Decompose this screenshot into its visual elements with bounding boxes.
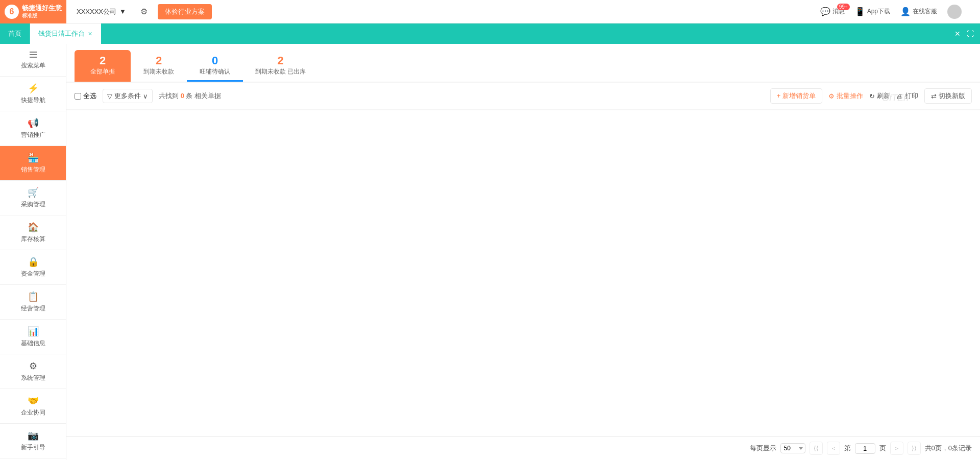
sidebar-item-inventory[interactable]: 🏠 库存核算 <box>0 215 66 250</box>
page-size-label: 每页显示 <box>750 444 776 453</box>
trial-button[interactable]: 体验行业方案 <box>158 4 212 19</box>
settings-button[interactable]: ⚙ <box>136 4 152 19</box>
filter-icon: ▽ <box>107 92 112 100</box>
close-window-btn[interactable]: ✕ <box>952 28 963 40</box>
cooperation-icon: 🤝 <box>28 395 39 406</box>
stat-label-all: 全部单据 <box>90 67 115 76</box>
content-area: 2 全部单据 2 到期未收款 0 旺辅待确认 2 到期未收款 已出库 全选 <box>66 44 980 460</box>
top-bar-right: 💬 消息 99+ 📱 App下载 👤 在线客服 <box>820 5 972 19</box>
new-order-button[interactable]: + 新增销货单 <box>770 88 822 104</box>
avatar[interactable] <box>947 5 962 19</box>
logo-title: 畅捷通好生意 <box>22 4 62 13</box>
sidebar-label: 库存核算 <box>21 235 45 244</box>
app-download-button[interactable]: 📱 App下载 <box>855 7 890 16</box>
sidebar-label: 快捷导航 <box>21 96 45 105</box>
stat-tab-pending[interactable]: 0 旺辅待确认 <box>187 50 243 82</box>
message-button[interactable]: 💬 消息 99+ <box>820 7 845 16</box>
quick-nav-icon: ⚡ <box>28 83 39 94</box>
stat-tab-overdue[interactable]: 2 到期未收款 <box>131 50 187 82</box>
logo-text: 畅捷通好生意 标准版 <box>22 4 62 19</box>
sidebar-item-base-info[interactable]: 📊 基础信息 <box>0 320 66 354</box>
batch-icon: ⚙ <box>828 92 835 100</box>
select-all-checkbox[interactable]: 全选 <box>75 91 96 101</box>
pagination-bar: 每页显示 50 20 100 ⟨⟨ ＜ 第 页 ＞ ⟩⟩ 共0页，0条记录 <box>66 436 980 460</box>
table-area <box>66 110 980 436</box>
page-label-2: 页 <box>879 444 886 453</box>
logo-icon: 6 <box>5 5 19 19</box>
online-service-button[interactable]: 👤 在线客服 <box>900 7 937 16</box>
base-info-icon: 📊 <box>28 326 39 337</box>
logo-subtitle: 标准版 <box>22 12 62 19</box>
operations-icon: 📋 <box>28 291 39 302</box>
capital-icon: 🔒 <box>28 256 39 268</box>
refresh-button[interactable]: ↻ 刷新 <box>869 91 890 101</box>
sidebar-label: 系统管理 <box>21 374 45 382</box>
sidebar-label: 搜索菜单 <box>21 61 45 70</box>
page-input[interactable] <box>855 443 875 454</box>
tab-workbench[interactable]: 钱货日清工作台 ✕ <box>30 23 101 44</box>
sidebar-label: 经营管理 <box>21 304 45 313</box>
print-icon: 🖨 <box>896 92 903 100</box>
sidebar-item-operations[interactable]: 📋 经营管理 <box>0 285 66 320</box>
first-page-button[interactable]: ⟨⟨ <box>810 442 823 455</box>
nav-right-actions: ✕ ⛶ <box>952 23 980 44</box>
refresh-icon: ↻ <box>869 92 875 100</box>
stats-tabs: 2 全部单据 2 到期未收款 0 旺辅待确认 2 到期未收款 已出库 <box>66 44 980 82</box>
prev-page-button[interactable]: ＜ <box>827 442 840 455</box>
stat-tab-unshipped[interactable]: 2 到期未收款 已出库 <box>243 50 318 82</box>
sidebar-item-search-menu[interactable]: 搜索菜单 <box>0 44 66 77</box>
company-selector[interactable]: XXXXXX公司 ▼ <box>72 5 130 18</box>
last-page-button[interactable]: ⟩⟩ <box>908 442 921 455</box>
inventory-icon: 🏠 <box>28 222 39 233</box>
result-count: 0 <box>181 92 184 100</box>
sidebar-item-cooperation[interactable]: 🤝 企业协同 <box>0 389 66 424</box>
page-size-select[interactable]: 50 20 100 <box>780 443 805 453</box>
sidebar-item-system[interactable]: ⚙ 系统管理 <box>0 354 66 389</box>
switch-version-button[interactable]: ⇄ 切换新版 <box>924 88 972 104</box>
total-info: 共0页，0条记录 <box>925 444 972 453</box>
company-name: XXXXXX公司 <box>77 7 116 16</box>
switch-icon: ⇄ <box>931 92 937 100</box>
sidebar: 搜索菜单 ⚡ 快捷导航 📢 营销推广 🏪 销售管理 🛒 采购管理 🏠 库存核算 … <box>0 44 66 460</box>
toolbar-right: + 新增销货单 ⚙ 批量操作 ↻ 刷新 🖨 打印 ⇄ 切换新版 <box>770 88 972 104</box>
stat-label-pending: 旺辅待确认 <box>200 67 230 76</box>
maximize-window-btn[interactable]: ⛶ <box>965 28 976 40</box>
app-download-label: App下载 <box>867 7 890 16</box>
top-bar-left: 6 畅捷通好生意 标准版 XXXXXX公司 ▼ ⚙ 体验行业方案 <box>0 0 212 23</box>
stat-label-overdue: 到期未收款 <box>143 67 174 76</box>
stat-tab-all[interactable]: 2 全部单据 <box>75 50 131 82</box>
print-button[interactable]: 🖨 打印 <box>896 91 918 101</box>
stat-num-unshipped: 2 <box>278 54 284 67</box>
marketing-icon: 📢 <box>28 117 39 129</box>
sidebar-label: 销售管理 <box>21 165 45 174</box>
search-menu-icon <box>29 50 38 59</box>
batch-label: 批量操作 <box>837 91 863 101</box>
dropdown-icon: ▼ <box>119 8 126 15</box>
toolbar-left: 全选 ▽ 更多条件 ∨ 共找到 0 条 相关单据 <box>75 89 221 103</box>
tab-home[interactable]: 首页 <box>0 23 30 44</box>
batch-button[interactable]: ⚙ 批量操作 <box>828 91 863 101</box>
result-text: 共找到 0 条 相关单据 <box>159 91 221 101</box>
sidebar-label: 采购管理 <box>21 200 45 209</box>
sidebar-item-marketing[interactable]: 📢 营销推广 <box>0 111 66 146</box>
next-page-button[interactable]: ＞ <box>890 442 903 455</box>
page-label: 第 <box>844 444 851 453</box>
sidebar-item-quick-nav[interactable]: ⚡ 快捷导航 <box>0 77 66 111</box>
sales-icon: 🏪 <box>28 152 39 163</box>
service-icon: 👤 <box>900 7 911 16</box>
sidebar-item-capital[interactable]: 🔒 资金管理 <box>0 250 66 285</box>
sidebar-item-sales[interactable]: 🏪 销售管理 <box>0 146 66 181</box>
sidebar-item-purchase[interactable]: 🛒 采购管理 <box>0 181 66 215</box>
tab-workbench-label: 钱货日清工作台 <box>38 29 85 38</box>
sidebar-item-guide[interactable]: 📷 新手引导 <box>0 424 66 458</box>
sidebar-label: 新手引导 <box>21 443 45 452</box>
filter-label: 更多条件 <box>114 91 141 101</box>
tab-workbench-close[interactable]: ✕ <box>88 31 92 37</box>
top-bar: 6 畅捷通好生意 标准版 XXXXXX公司 ▼ ⚙ 体验行业方案 💬 消息 99… <box>0 0 980 23</box>
stat-num-overdue: 2 <box>156 54 162 67</box>
filter-button[interactable]: ▽ 更多条件 ∨ <box>103 89 153 103</box>
filter-chevron-icon: ∨ <box>143 92 148 100</box>
main-layout: 搜索菜单 ⚡ 快捷导航 📢 营销推广 🏪 销售管理 🛒 采购管理 🏠 库存核算 … <box>0 44 980 460</box>
select-all-input[interactable] <box>75 93 81 100</box>
tab-home-label: 首页 <box>8 29 21 38</box>
